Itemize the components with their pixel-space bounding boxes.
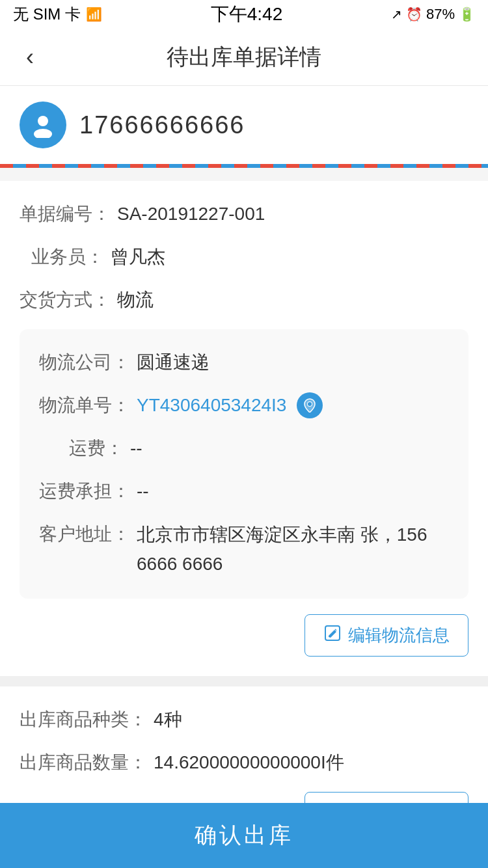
- wifi-icon: 📶: [86, 7, 102, 22]
- freight-label: 运费：: [39, 435, 130, 462]
- svg-point-3: [308, 402, 312, 406]
- goods-type-row: 出库商品种类： 4种: [20, 706, 468, 733]
- avatar: [20, 102, 66, 148]
- goods-type-label: 出库商品种类：: [20, 706, 154, 733]
- battery-icon: 🔋: [459, 7, 475, 22]
- logistics-card: 物流公司： 圆通速递 物流单号： YT43064053424I3 运费： --: [20, 329, 468, 599]
- location-status-icon: ↗: [391, 7, 402, 22]
- delivery-label: 交货方式：: [20, 286, 117, 314]
- user-phone: 17666666666: [79, 111, 245, 139]
- edit-logistics-container: 编辑物流信息: [20, 614, 468, 657]
- freight-bearer-row: 运费承担： --: [39, 478, 449, 505]
- document-info-section: 单据编号： SA-20191227-001 业务员： 曾凡杰 交货方式： 物流 …: [0, 181, 488, 676]
- page-title: 待出库单据详情: [167, 42, 321, 72]
- logistics-company-value: 圆通速递: [137, 349, 449, 376]
- user-header: 17666666666: [0, 86, 488, 164]
- doc-number-label: 单据编号：: [20, 200, 117, 228]
- status-left: 无 SIM 卡 📶: [13, 4, 102, 25]
- edit-icon: [323, 624, 342, 647]
- gray-separator: [0, 676, 488, 686]
- status-right: ↗ ⏰ 87% 🔋: [391, 6, 475, 23]
- time-text: 下午4:42: [211, 2, 283, 27]
- delivery-row: 交货方式： 物流: [20, 286, 468, 314]
- tracking-row: YT43064053424I3: [137, 392, 323, 419]
- logistics-company-row: 物流公司： 圆通速递: [39, 349, 449, 376]
- svg-point-0: [38, 116, 48, 126]
- freight-bearer-value: --: [137, 478, 449, 505]
- goods-quantity-label: 出库商品数量：: [20, 749, 154, 776]
- freight-value: --: [130, 435, 449, 462]
- battery-text: 87%: [426, 6, 455, 23]
- alarm-icon: ⏰: [406, 7, 422, 22]
- goods-type-value: 4种: [154, 706, 468, 733]
- salesperson-label: 业务员：: [20, 243, 111, 271]
- status-bar: 无 SIM 卡 📶 下午4:42 ↗ ⏰ 87% 🔋: [0, 0, 488, 29]
- tracking-number-value: YT43064053424I3: [137, 392, 286, 419]
- svg-point-1: [34, 129, 52, 138]
- freight-row: 运费： --: [39, 435, 449, 462]
- back-button[interactable]: ‹: [20, 37, 40, 77]
- edit-logistics-label: 编辑物流信息: [348, 624, 450, 647]
- edit-logistics-button[interactable]: 编辑物流信息: [305, 614, 468, 657]
- freight-bearer-label: 运费承担：: [39, 478, 137, 505]
- address-value: 北京市市辖区海淀区永丰南 张，156 6666 6666: [137, 521, 449, 579]
- salesperson-row: 业务员： 曾凡杰: [20, 243, 468, 271]
- goods-quantity-value: 14.62000000000000I件: [154, 749, 468, 776]
- confirm-button[interactable]: 确认出库: [0, 803, 488, 868]
- doc-number-value: SA-20191227-001: [117, 200, 468, 228]
- delivery-value: 物流: [117, 286, 468, 314]
- dashed-divider: [0, 164, 488, 168]
- confirm-button-label: 确认出库: [195, 821, 293, 850]
- location-icon[interactable]: [297, 392, 323, 418]
- goods-quantity-row: 出库商品数量： 14.62000000000000I件: [20, 749, 468, 776]
- tracking-number-row: 物流单号： YT43064053424I3: [39, 392, 449, 419]
- nav-bar: ‹ 待出库单据详情: [0, 29, 488, 86]
- doc-number-row: 单据编号： SA-20191227-001: [20, 200, 468, 228]
- salesperson-value: 曾凡杰: [111, 243, 468, 271]
- address-row: 客户地址： 北京市市辖区海淀区永丰南 张，156 6666 6666: [39, 521, 449, 579]
- address-label: 客户地址：: [39, 521, 137, 548]
- tracking-number-label: 物流单号：: [39, 392, 137, 419]
- carrier-text: 无 SIM 卡: [13, 4, 81, 25]
- logistics-company-label: 物流公司：: [39, 349, 137, 376]
